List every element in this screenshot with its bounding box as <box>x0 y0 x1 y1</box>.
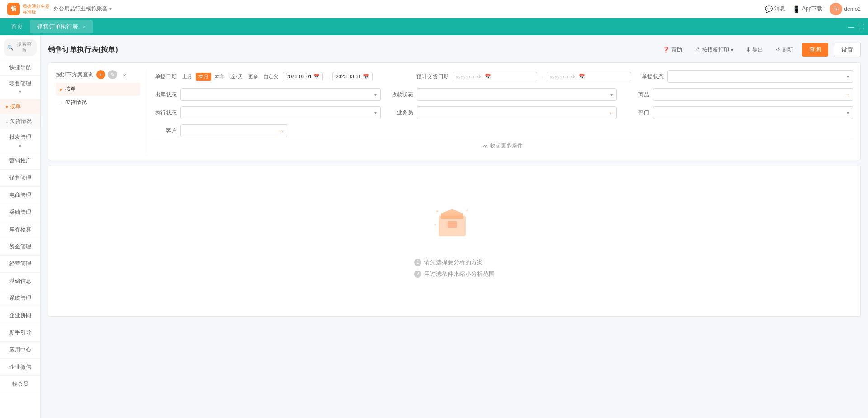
sidebar-item-basicinfo[interactable]: 基础信息 <box>0 273 40 290</box>
logo-area: 畅 畅捷通好生意 标准版 <box>7 3 50 15</box>
app-download-nav[interactable]: 📱 App下载 <box>793 5 822 13</box>
receipt-status-arrow-icon: ▾ <box>610 92 613 97</box>
help-icon: ❓ <box>663 47 670 53</box>
collapse-label: 收起更多条件 <box>490 142 523 150</box>
customer-more-icon[interactable]: ··· <box>278 128 283 134</box>
sidebar-quicknav[interactable]: 快捷导航 <box>0 60 40 76</box>
nav-tabs: 首页 销售订单执行表 × — ⛶ <box>0 18 868 35</box>
filter-row-1: 单据日期 上月 本月 本年 近7天 更多 自定义 <box>151 70 853 83</box>
sidebar-item-newuser[interactable]: 新手引导 <box>0 324 40 342</box>
date-btn-上月[interactable]: 上月 <box>180 73 194 81</box>
filter-row-3: 执行状态 ▾ 业务员 ··· <box>151 106 853 119</box>
sidebar-item-inventory[interactable]: 库存核算 <box>0 221 40 238</box>
date-btn-本年[interactable]: 本年 <box>213 73 226 81</box>
content-area: 销售订单执行表(按单) ❓ 帮助 🖨 按模板打印 ▾ ⬇ 导出 <box>41 35 868 418</box>
order-date-field: 单据日期 上月 本月 本年 近7天 更多 自定义 <box>151 72 409 81</box>
scheme-按单-label: 按单 <box>65 86 76 93</box>
operations-label: 经营管理 <box>9 260 31 268</box>
svg-point-6 <box>435 224 436 226</box>
department-select[interactable]: ▾ <box>653 106 853 119</box>
sidebar-item-appcenter[interactable]: 应用中心 <box>0 342 40 359</box>
tip-text-1: 请先选择要分析的方案 <box>424 256 483 268</box>
user-nav[interactable]: Ea demo2 <box>830 3 861 15</box>
date-btn-近7天[interactable]: 近7天 <box>228 73 245 81</box>
scheme-欠货情况-label: 欠货情况 <box>65 99 87 106</box>
sidebar-search-button[interactable]: 🔍 搜索菜单 <box>4 39 37 56</box>
customer-label: 客户 <box>151 127 177 135</box>
sidebar-item-system[interactable]: 系统管理 <box>0 290 40 307</box>
expected-date-end-input[interactable]: yyyy-mm-dd 📅 <box>547 72 631 81</box>
company-selector[interactable]: 办公用品行业模拟账套 ▾ <box>53 5 112 13</box>
message-nav[interactable]: 💬 消息 <box>765 5 785 13</box>
tab-minimize-icon[interactable]: — <box>848 23 854 30</box>
sidebar-item-member[interactable]: 畅会员 <box>0 376 40 393</box>
tab-maximize-icon[interactable]: ⛶ <box>858 23 864 30</box>
sidebar-item-corp[interactable]: 企业协同 <box>0 307 40 324</box>
page-actions: ❓ 帮助 🖨 按模板打印 ▾ ⬇ 导出 ↺ 刷新 <box>659 43 861 57</box>
goods-more-icon[interactable]: ··· <box>844 91 849 98</box>
sidebar-item-finance[interactable]: 资金管理 <box>0 238 40 256</box>
tab-actions: — ⛶ <box>848 23 864 30</box>
sidebar-item-retail[interactable]: 零售管理 ▾ <box>0 76 40 99</box>
out-status-select[interactable]: ▾ <box>180 88 381 101</box>
scheme-item-按单[interactable]: ● 按单 <box>56 83 140 96</box>
sidebar-item-wholesale[interactable]: 批发管理 ▴ <box>0 129 40 152</box>
order-date-label: 单据日期 <box>151 73 177 81</box>
date-end-input[interactable]: 2023-03-31 📅 <box>332 72 372 81</box>
top-header: 畅 畅捷通好生意 标准版 办公用品行业模拟账套 ▾ 💬 消息 📱 App下载 E… <box>0 0 868 18</box>
expected-start-placeholder: yyyy-mm-dd <box>456 74 483 79</box>
page-title: 销售订单执行表(按单) <box>48 45 118 55</box>
tab-home[interactable]: 首页 <box>4 20 30 33</box>
execute-status-select[interactable]: ▾ <box>180 106 381 119</box>
refresh-button[interactable]: ↺ 刷新 <box>772 44 797 56</box>
scheme-item-欠货情况[interactable]: ○ 欠货情况 <box>56 96 140 109</box>
goods-select[interactable]: ··· <box>653 88 853 101</box>
edit-scheme-button[interactable]: ✎ <box>108 70 117 79</box>
order-status-field: 单据状态 ▾ <box>638 70 853 83</box>
corp-label: 企业协同 <box>9 312 31 319</box>
receipt-status-select[interactable]: ▾ <box>417 88 617 101</box>
expected-date-start-input[interactable]: yyyy-mm-dd 📅 <box>453 72 537 81</box>
scheme-欠货情况-icon: ○ <box>59 100 62 106</box>
date-quick-btns: 上月 本月 本年 近7天 更多 自定义 <box>180 73 280 81</box>
filter-panel: 按以下方案查询 + ✎ « ● 按单 ○ 欠货情况 <box>48 62 861 160</box>
export-button[interactable]: ⬇ 导出 <box>742 44 767 56</box>
collapse-scheme-button[interactable]: « <box>120 70 129 79</box>
sidebar-sub-item-按单[interactable]: ● 按单 <box>0 99 40 114</box>
sidebar-sub-item-欠货情况[interactable]: ○ 欠货情况 <box>0 114 40 129</box>
tab-sales-order[interactable]: 销售订单执行表 × <box>30 20 93 33</box>
sidebar-item-operations[interactable]: 经营管理 <box>0 256 40 273</box>
search-icon: 🔍 <box>7 45 14 51</box>
sidebar-item-purchase[interactable]: 采购管理 <box>0 204 40 221</box>
print-button[interactable]: 🖨 按模板打印 ▾ <box>691 44 737 56</box>
message-label: 消息 <box>774 5 785 13</box>
page-title-bar: 销售订单执行表(按单) ❓ 帮助 🖨 按模板打印 ▾ ⬇ 导出 <box>48 43 861 57</box>
retail-arrow-icon: ▾ <box>19 89 21 94</box>
sidebar-item-ecommerce[interactable]: 电商管理 <box>0 187 40 204</box>
salesperson-more-icon[interactable]: ··· <box>608 109 613 116</box>
goods-label: 商品 <box>624 91 649 99</box>
scheme-按单-icon: ● <box>59 86 62 93</box>
query-button[interactable]: 查询 <box>802 43 828 57</box>
main-layout: 🔍 搜索菜单 快捷导航 零售管理 ▾ ● 按单 ○ 欠货情况 批发管理 ▴ <box>0 35 868 418</box>
sidebar-item-sales[interactable]: 销售管理 <box>0 170 40 187</box>
date-start-input[interactable]: 2023-03-01 📅 <box>283 72 323 81</box>
tab-close-icon[interactable]: × <box>83 24 85 29</box>
out-status-label: 出库状态 <box>151 91 177 99</box>
scheme-title: 按以下方案查询 + ✎ « <box>56 70 140 79</box>
date-btn-本月[interactable]: 本月 <box>196 73 211 81</box>
sidebar-item-marketing[interactable]: 营销推广 <box>0 152 40 170</box>
help-button[interactable]: ❓ 帮助 <box>659 44 686 56</box>
settings-button[interactable]: 设置 <box>834 43 861 57</box>
expected-date-field: 预计交货日期 yyyy-mm-dd 📅 — yyyy-mm-dd 📅 <box>416 72 631 81</box>
date-btn-更多[interactable]: 更多 <box>246 73 260 81</box>
collapse-filter-button[interactable]: ≪ 收起更多条件 <box>151 139 853 152</box>
sidebar-item-corpwechat[interactable]: 企业微信 <box>0 359 40 376</box>
order-status-select[interactable]: ▾ <box>667 70 853 83</box>
customer-select[interactable]: ··· <box>180 124 287 137</box>
sales-label: 销售管理 <box>9 174 31 182</box>
date-btn-自定义[interactable]: 自定义 <box>262 73 280 81</box>
salesperson-select[interactable]: ··· <box>417 106 617 119</box>
filter-scheme-section: 按以下方案查询 + ✎ « ● 按单 ○ 欠货情况 <box>56 70 146 152</box>
add-scheme-button[interactable]: + <box>96 70 105 79</box>
